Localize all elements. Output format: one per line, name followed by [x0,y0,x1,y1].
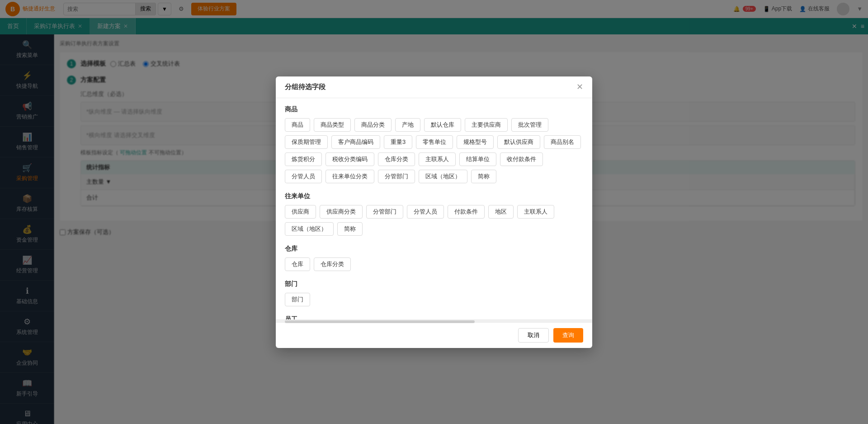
tag-payment-terms2[interactable]: 付款条件 [448,205,485,219]
modal-close-button[interactable]: ✕ [576,83,583,91]
goods-tags: 商品 商品类型 商品分类 产地 默认仓库 主要供应商 批次管理 保质期管理 客户… [285,118,583,183]
tag-warehouse-cat[interactable]: 仓库分类 [314,257,351,271]
warehouse-tags: 仓库 仓库分类 [285,257,583,271]
section-goods-title: 商品 [285,105,583,114]
tag-manager2[interactable]: 分管人员 [407,205,444,219]
section-department-title: 部门 [285,280,583,288]
tag-expiry-mgmt[interactable]: 保质期管理 [285,135,328,149]
tag-refine-points[interactable]: 炼货积分 [285,152,322,166]
modal-header: 分组待选字段 ✕ [276,76,592,98]
tag-default-warehouse[interactable]: 默认仓库 [424,118,461,132]
tag-region2[interactable]: 区域（地区） [285,222,334,236]
tag-warehouse[interactable]: 仓库 [285,257,310,271]
tag-main-contact[interactable]: 主联系人 [419,152,456,166]
tag-short-name[interactable]: 简称 [471,170,496,183]
tag-weight3[interactable]: 重量3 [384,135,412,149]
tag-main-contact2[interactable]: 主联系人 [517,205,554,219]
tag-supplier-category[interactable]: 供应商分类 [320,205,363,219]
field-selection-modal: 分组待选字段 ✕ 商品 商品 商品类型 商品分类 产地 默认仓库 主要供应商 批… [276,76,592,348]
tag-default-supplier[interactable]: 默认供应商 [497,135,540,149]
section-party-title: 往来单位 [285,192,583,200]
tag-area[interactable]: 地区 [488,205,514,219]
tag-retail-unit[interactable]: 零售单位 [416,135,453,149]
modal-footer: 取消 查询 [276,322,592,348]
confirm-button[interactable]: 查询 [553,328,583,343]
tag-supplier[interactable]: 供应商 [285,205,316,219]
tag-warehouse-category[interactable]: 仓库分类 [378,152,415,166]
tag-short-name2[interactable]: 简称 [337,222,363,236]
section-department: 部门 部门 [285,280,583,306]
tag-settlement-unit[interactable]: 结算单位 [459,152,496,166]
modal-horizontal-scrollbar[interactable] [276,319,592,322]
tag-payment-terms[interactable]: 收付款条件 [500,152,543,166]
tag-party-category[interactable]: 往来单位分类 [326,170,374,183]
tag-region[interactable]: 区域（地区） [419,170,467,183]
tag-dept[interactable]: 分管部门 [378,170,415,183]
tag-goods-type[interactable]: 商品类型 [314,118,351,132]
tag-goods[interactable]: 商品 [285,118,310,132]
dept-tags: 部门 [285,293,583,306]
modal-overlay: 分组待选字段 ✕ 商品 商品 商品类型 商品分类 产地 默认仓库 主要供应商 批… [0,0,868,424]
tag-tax-code[interactable]: 税收分类编码 [326,152,374,166]
section-employee: 员工 业务员 [285,315,583,319]
tag-origin[interactable]: 产地 [395,118,420,132]
section-warehouse: 仓库 仓库 仓库分类 [285,245,583,271]
tag-manager[interactable]: 分管人员 [285,170,322,183]
modal-title: 分组待选字段 [285,83,326,91]
tag-department[interactable]: 部门 [285,293,310,306]
tag-batch-mgmt[interactable]: 批次管理 [511,118,548,132]
tag-goods-category[interactable]: 商品分类 [354,118,392,132]
cancel-button[interactable]: 取消 [518,328,549,343]
section-employee-title: 员工 [285,315,583,319]
modal-body: 商品 商品 商品类型 商品分类 产地 默认仓库 主要供应商 批次管理 保质期管理… [276,98,592,319]
scrollbar-thumb [285,320,475,323]
tag-customer-code[interactable]: 客户商品编码 [331,135,380,149]
tag-main-supplier[interactable]: 主要供应商 [465,118,508,132]
tag-goods-alias[interactable]: 商品别名 [544,135,581,149]
section-goods: 商品 商品 商品类型 商品分类 产地 默认仓库 主要供应商 批次管理 保质期管理… [285,105,583,183]
section-party: 往来单位 供应商 供应商分类 分管部门 分管人员 付款条件 地区 主联系人 区域… [285,192,583,236]
tag-spec-model[interactable]: 规格型号 [457,135,494,149]
tag-dept2[interactable]: 分管部门 [366,205,403,219]
party-tags: 供应商 供应商分类 分管部门 分管人员 付款条件 地区 主联系人 区域（地区） … [285,205,583,236]
section-warehouse-title: 仓库 [285,245,583,253]
